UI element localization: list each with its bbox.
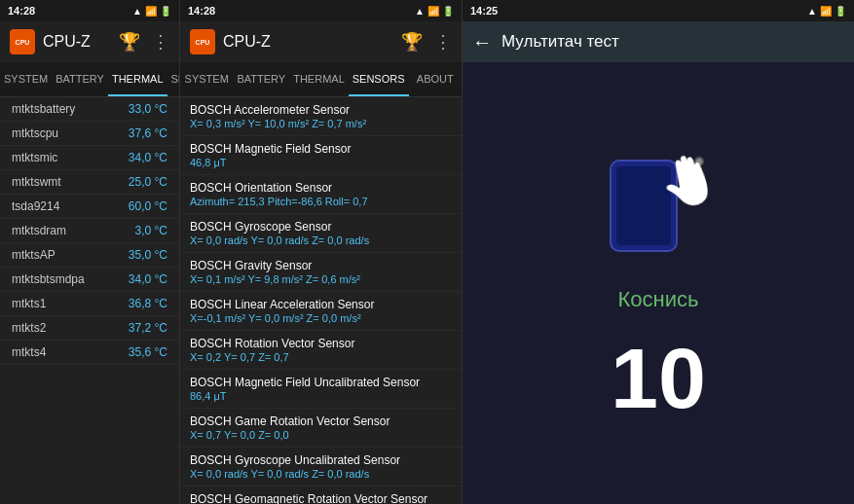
status-bar-2: 14:28 ▲ 📶 🔋 (180, 0, 462, 21)
thermal-row: mtktscpu37,6 °C (0, 122, 179, 146)
touch-count: 10 (611, 336, 706, 421)
thermal-row: mtktsmic34,0 °C (0, 146, 179, 170)
logo-text-2: CPU (196, 39, 210, 46)
time-1: 14:28 (8, 5, 35, 17)
sensor-temp: 60,0 °C (129, 199, 167, 213)
signal-icon: 📶 (145, 6, 157, 17)
touch-prompt: Коснись (618, 287, 699, 312)
sensor-name: mtkts2 (12, 321, 46, 335)
thermal-row: mtktsbattery33,0 °C (0, 97, 179, 122)
sensor-block: BOSCH Game Rotation Vector SensorX= 0,7 … (180, 409, 462, 448)
thermal-row: mtktsAP35,0 °C (0, 243, 179, 268)
sensor-title: BOSCH Gyroscope Sensor (190, 220, 452, 234)
sensor-values: 86,4 μT (190, 390, 452, 402)
sensor-temp: 34,0 °C (129, 272, 167, 286)
cpuz-panel-1: 14:28 ▲ 📶 🔋 CPU CPU-Z 🏆 ⋮ System Battery… (0, 0, 180, 504)
sensor-temp: 37,6 °C (129, 126, 167, 140)
menu-icon-2[interactable]: ⋮ (434, 31, 452, 53)
sensor-title: BOSCH Linear Acceleration Sensor (190, 298, 452, 311)
time-2: 14:28 (188, 5, 215, 17)
tab-bar-2: System Battery Thermal Sensors About (180, 62, 462, 97)
sensor-name: mtkts1 (12, 297, 46, 310)
sensors-content: BOSCH Accelerometer SensorX= 0,3 m/s² Y=… (180, 97, 462, 504)
tab-sensors-2[interactable]: Sensors (349, 62, 409, 96)
tab-sensors-1[interactable]: Sensors (167, 62, 180, 96)
sensor-block: BOSCH Magnetic Field Sensor46,8 μT (180, 136, 462, 175)
status-bar-1: 14:28 ▲ 📶 🔋 (0, 0, 179, 21)
sensor-values: X= 0,0 rad/s Y= 0,0 rad/s Z= 0,0 rad/s (190, 468, 452, 480)
back-button[interactable]: ← (472, 31, 492, 54)
multitouch-content[interactable]: 🤚 Коснись 10 (463, 62, 854, 504)
menu-icon-1[interactable]: ⋮ (152, 31, 169, 53)
tab-thermal-1[interactable]: Thermal (108, 62, 167, 96)
sensor-temp: 37,2 °C (129, 321, 167, 335)
thermal-row: mtktswmt25,0 °C (0, 170, 179, 195)
sensor-block: BOSCH Gyroscope Uncalibrated SensorX= 0,… (180, 448, 462, 486)
sensor-block: BOSCH Gyroscope SensorX= 0,0 rad/s Y= 0,… (180, 214, 462, 253)
sensor-temp: 35,6 °C (129, 345, 167, 359)
sensor-block: BOSCH Geomagnetic Rotation Vector Sensor… (180, 486, 462, 504)
sensor-block: BOSCH Gravity SensorX= 0,1 m/s² Y= 9,8 m… (180, 253, 462, 292)
sensor-name: mtktsdram (12, 224, 66, 237)
status-icons-2: ▲ 📶 🔋 (415, 6, 454, 17)
app-logo-2: CPU (190, 29, 215, 54)
wifi-icon-2: ▲ (415, 6, 425, 17)
sensor-block: BOSCH Orientation SensorAzimuth= 215,3 P… (180, 175, 462, 214)
battery-icon: 🔋 (160, 6, 171, 17)
sensor-title: BOSCH Magnetic Field Sensor (190, 142, 452, 156)
thermal-content: mtktsbattery33,0 °Cmtktscpu37,6 °Cmtktsm… (0, 97, 179, 504)
thermal-row: tsda921460,0 °C (0, 195, 179, 219)
sensor-values: X= 0,3 m/s² Y= 10,0 m/s² Z= 0,7 m/s² (190, 118, 452, 129)
app-title-2: CPU-Z (223, 33, 390, 51)
tab-battery-1[interactable]: Battery (52, 62, 108, 96)
sensor-temp: 33,0 °C (129, 102, 167, 116)
sensor-temp: 25,0 °C (129, 175, 167, 189)
tab-about-2[interactable]: About (409, 62, 462, 96)
app-logo-1: CPU (10, 29, 35, 54)
sensor-block: BOSCH Magnetic Field Uncalibrated Sensor… (180, 370, 462, 409)
sensor-title: BOSCH Gravity Sensor (190, 259, 452, 272)
sensor-title: BOSCH Game Rotation Vector Sensor (190, 414, 452, 428)
sensor-name: mtktswmt (12, 175, 61, 189)
sensor-values: X=-0,1 m/s² Y= 0,0 m/s² Z= 0,0 m/s² (190, 312, 452, 324)
signal-icon-2: 📶 (427, 6, 439, 17)
time-3: 14:25 (470, 5, 498, 17)
sensor-name: mtkts4 (12, 345, 46, 359)
sensor-values: X= 0,2 Y= 0,7 Z= 0,7 (190, 351, 452, 363)
sensor-values: Azimuth= 215,3 Pitch=-86,6 Roll= 0,7 (190, 196, 452, 207)
app-header-1: CPU CPU-Z 🏆 ⋮ (0, 21, 179, 62)
sensor-temp: 35,0 °C (129, 248, 167, 262)
page-title: Мультитач тест (501, 32, 844, 52)
sensor-name: mtktsmic (12, 151, 57, 164)
cpuz-panel-2: 14:28 ▲ 📶 🔋 CPU CPU-Z 🏆 ⋮ System Battery… (180, 0, 463, 504)
sensor-values: X= 0,7 Y= 0,0 Z= 0,0 (190, 429, 452, 441)
sensor-temp: 3,0 °C (135, 224, 167, 237)
sensor-block: BOSCH Accelerometer SensorX= 0,3 m/s² Y=… (180, 97, 462, 136)
multitouch-panel: 14:25 ▲ 📶 🔋 ← Мультитач тест 🤚 Коснись 1… (463, 0, 854, 504)
trophy-icon-2[interactable]: 🏆 (401, 31, 423, 53)
thermal-row: mtktsbtsmdpa34,0 °C (0, 268, 179, 292)
status-bar-3: 14:25 ▲ 📶 🔋 (463, 0, 854, 21)
status-icons-3: ▲ 📶 🔋 (807, 6, 846, 17)
sensor-values: X= 0,0 rad/s Y= 0,0 rad/s Z= 0,0 rad/s (190, 234, 452, 246)
trophy-icon-1[interactable]: 🏆 (119, 31, 140, 53)
app-title-1: CPU-Z (43, 33, 107, 51)
app-header-3: ← Мультитач тест (463, 21, 854, 62)
logo-text: CPU (16, 39, 30, 46)
wifi-icon: ▲ (132, 6, 142, 17)
app-header-2: CPU CPU-Z 🏆 ⋮ (180, 21, 462, 62)
sensor-name: mtktscpu (12, 126, 58, 140)
sensor-name: tsda9214 (12, 199, 59, 213)
sensor-temp: 34,0 °C (129, 151, 167, 164)
battery-icon-3: 🔋 (835, 6, 846, 17)
sensor-values: X= 0,1 m/s² Y= 9,8 m/s² Z= 0,6 m/s² (190, 273, 452, 285)
tab-battery-2[interactable]: Battery (233, 62, 289, 96)
thermal-row: mtktsdram3,0 °C (0, 219, 179, 243)
wifi-icon-3: ▲ (807, 6, 817, 17)
sensor-values: 46,8 μT (190, 157, 452, 168)
tab-thermal-2[interactable]: Thermal (289, 62, 349, 96)
sensor-name: mtktsbattery (12, 102, 75, 116)
tab-system-2[interactable]: System (180, 62, 233, 96)
tab-system-1[interactable]: System (0, 62, 52, 96)
sensor-title: BOSCH Magnetic Field Uncalibrated Sensor (190, 376, 452, 389)
